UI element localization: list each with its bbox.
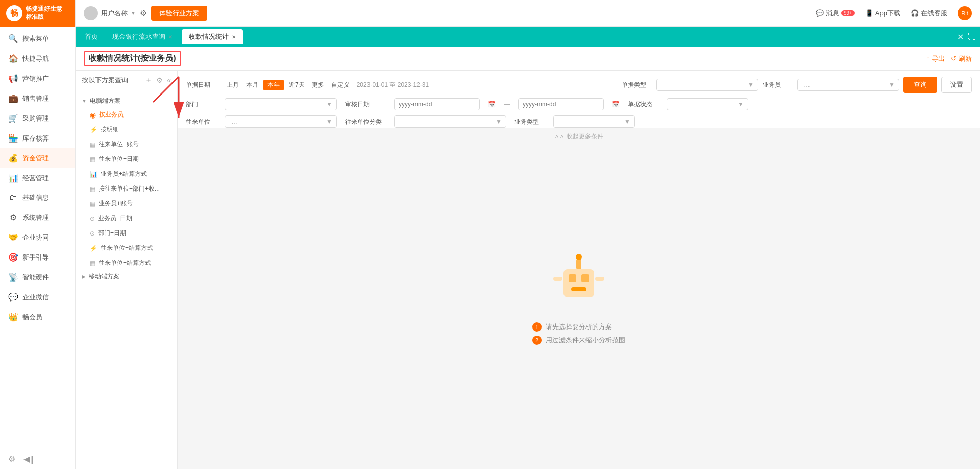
date-tab-last-month[interactable]: 上月: [225, 80, 241, 90]
salesman-more-icon[interactable]: …: [804, 81, 810, 88]
close-window-icon[interactable]: ✕: [957, 32, 964, 42]
scheme-settings-btn[interactable]: ⚙: [156, 76, 163, 84]
group-arrow: ▼: [82, 98, 87, 104]
item-icon: ◉: [90, 111, 96, 119]
biz-type-arrow: ▼: [624, 118, 630, 125]
message-action[interactable]: 💬 消息 99+: [816, 9, 855, 18]
tree-item-10[interactable]: ▦往来单位+结算方式: [76, 255, 177, 270]
salesman-label: 业务员: [763, 81, 793, 89]
svg-rect-2: [581, 274, 589, 282]
sidebar-item-库存核算[interactable]: 🏪库存核算: [0, 128, 75, 148]
tree-item-7[interactable]: ⊙业务员+日期: [76, 211, 177, 226]
tree-item-4[interactable]: 📊业务员+结算方式: [76, 167, 177, 181]
group-arrow: ▶: [82, 274, 86, 279]
date-tab-7days[interactable]: 近7天: [287, 80, 307, 90]
sidebar-item-系统管理[interactable]: ⚙系统管理: [0, 207, 75, 227]
settings-icon[interactable]: ⚙: [8, 454, 15, 464]
dept-select[interactable]: ▼: [225, 98, 337, 110]
trial-button[interactable]: 体验行业方案: [151, 6, 207, 21]
svg-rect-0: [564, 269, 594, 297]
tree-group-label[interactable]: ▼电脑端方案: [76, 95, 177, 107]
collapse-panel-btn[interactable]: «: [167, 76, 171, 84]
message-icon: 💬: [816, 9, 824, 17]
tree-group: ▶移动端方案: [76, 270, 177, 283]
partner-cat-arrow: ▼: [496, 118, 502, 125]
review-date-to[interactable]: [518, 98, 604, 110]
sidebar-item-销售管理[interactable]: 💼销售管理: [0, 88, 75, 108]
user-dropdown-arrow[interactable]: ▼: [131, 10, 136, 16]
tab-collection-close[interactable]: ✕: [232, 34, 236, 40]
online-service-label: 在线客服: [921, 9, 947, 18]
sidebar-item-搜索菜单[interactable]: 🔍搜索菜单: [0, 29, 75, 49]
sidebar-item-企业微信[interactable]: 💬企业微信: [0, 287, 75, 307]
tab-bar-right: ✕ ⛶: [957, 32, 976, 42]
tab-home[interactable]: 首页: [80, 29, 103, 44]
app-download-action[interactable]: 📱 App下载: [865, 9, 900, 18]
maximize-icon[interactable]: ⛶: [968, 32, 976, 41]
add-scheme-btn[interactable]: ＋: [145, 76, 152, 85]
date-tab-custom[interactable]: 自定义: [329, 80, 352, 90]
page-actions: ↑ 导出 ↺ 刷新: [926, 54, 972, 63]
tree-item-8[interactable]: ⊙部门+日期: [76, 226, 177, 241]
sidebar-item-资金管理[interactable]: 💰资金管理: [0, 148, 75, 168]
tree-item-1[interactable]: ⚡按明细: [76, 122, 177, 137]
voucher-type-select[interactable]: ▼: [656, 79, 758, 91]
settings-button[interactable]: 设置: [941, 77, 972, 93]
export-action[interactable]: ↑ 导出: [926, 54, 945, 63]
partner-label: 往来单位: [186, 118, 216, 126]
message-badge: 99+: [841, 10, 855, 16]
svg-point-5: [576, 254, 582, 260]
tree-item-0[interactable]: ◉按业务员: [76, 107, 177, 122]
cal-to-icon[interactable]: 📅: [612, 101, 620, 108]
logo-icon: 畅: [6, 5, 22, 21]
tree-group-label[interactable]: ▶移动端方案: [76, 270, 177, 283]
date-tab-this-year[interactable]: 本年: [263, 80, 284, 90]
date-range-display: 2023-01-01 至 2023-12-31: [357, 81, 429, 89]
sidebar-item-基础信息[interactable]: 🗂基础信息: [0, 188, 75, 207]
review-date-from[interactable]: [394, 98, 480, 110]
app-download-label: App下载: [875, 9, 900, 18]
tree-item-3[interactable]: ▦往来单位+日期: [76, 152, 177, 167]
sidebar-item-营销推广[interactable]: 📢营销推广: [0, 68, 75, 88]
sidebar-item-采购管理[interactable]: 🛒采购管理: [0, 108, 75, 128]
salesman-select[interactable]: … ▼: [797, 79, 899, 91]
cal-from-icon[interactable]: 📅: [488, 101, 496, 108]
query-button[interactable]: 查询: [903, 77, 937, 93]
gear-icon[interactable]: ⚙: [140, 8, 147, 18]
sidebar-item-快捷导航[interactable]: 🏠快捷导航: [0, 49, 75, 68]
collapse-bar[interactable]: ∧∧ 收起更多条件: [178, 128, 980, 145]
partner-more-icon[interactable]: …: [231, 118, 237, 125]
item-icon: ▦: [90, 200, 95, 207]
empty-tips: 1 请先选择要分析的方案 2 用过滤条件来缩小分析范围: [532, 322, 625, 345]
tree-item-2[interactable]: ▦往来单位+账号: [76, 137, 177, 152]
date-tab-more[interactable]: 更多: [310, 80, 326, 90]
collapse-icon-caret: ∧∧: [554, 133, 565, 140]
biz-type-select[interactable]: ▼: [553, 115, 635, 128]
sidebar-item-经营管理[interactable]: 📊经营管理: [0, 168, 75, 188]
voucher-status-select[interactable]: ▼: [667, 98, 748, 110]
online-service-action[interactable]: 🎧 在线客服: [911, 9, 947, 18]
refresh-action[interactable]: ↺ 刷新: [951, 54, 972, 63]
date-tab-this-month[interactable]: 本月: [244, 80, 260, 90]
collapse-icon[interactable]: ◀‖: [23, 454, 34, 464]
partner-select[interactable]: … ▼: [225, 115, 337, 128]
sidebar-icon-5: 🏪: [8, 133, 18, 143]
sidebar-item-智能硬件[interactable]: 📡智能硬件: [0, 267, 75, 287]
tree-item-5[interactable]: ▦按往来单位+部门+收...: [76, 181, 177, 196]
partner-category-select[interactable]: ▼: [394, 115, 506, 128]
tip-num-1: 1: [532, 322, 542, 332]
filter-section: 单据日期 上月 本月 本年 近7天 更多 自定义 2023-01-01 至 20…: [178, 71, 980, 128]
tab-cashflow-close[interactable]: ✕: [168, 34, 173, 40]
date-label: 单据日期: [186, 81, 216, 89]
tab-collection[interactable]: 收款情况统计 ✕: [182, 29, 243, 44]
sidebar-item-畅会员[interactable]: 👑畅会员: [0, 307, 75, 327]
left-panel: 按以下方案查询 ＋ ⚙ « ▼电脑端方案◉按业务员⚡按明细▦往来单位+账号▦往来…: [76, 71, 178, 469]
tab-cashflow[interactable]: 现金银行流水查询 ✕: [105, 29, 180, 44]
tree-item-6[interactable]: ▦业务员+账号: [76, 196, 177, 211]
sidebar-item-企业协同[interactable]: 🤝企业协同: [0, 227, 75, 247]
panel-title: 按以下方案查询: [82, 76, 128, 85]
sidebar-item-新手引导[interactable]: 🎯新手引导: [0, 247, 75, 267]
tab-collection-label: 收款情况统计: [189, 32, 229, 41]
tree-item-9[interactable]: ⚡往来单位+结算方式: [76, 241, 177, 255]
tab-bar: 首页 现金银行流水查询 ✕ 收款情况统计 ✕ ✕ ⛶: [76, 27, 980, 47]
